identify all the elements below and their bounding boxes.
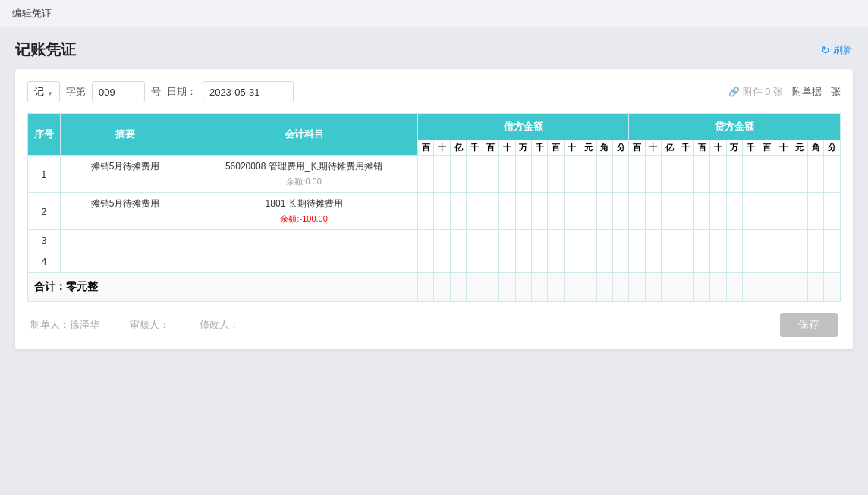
- debit-d2[interactable]: [434, 251, 450, 273]
- debit-d5[interactable]: [483, 251, 498, 273]
- credit-d5[interactable]: [693, 193, 709, 230]
- row-account[interactable]: [190, 251, 418, 273]
- row-summary[interactable]: [60, 251, 190, 273]
- credit-d12[interactable]: [807, 251, 823, 273]
- row-account[interactable]: [190, 230, 418, 251]
- debit-d4[interactable]: [467, 230, 483, 251]
- debit-d11[interactable]: [580, 156, 596, 193]
- debit-d13[interactable]: [612, 193, 628, 230]
- credit-d12[interactable]: [807, 156, 823, 193]
- debit-d8[interactable]: [531, 193, 547, 230]
- credit-d11[interactable]: [791, 251, 807, 273]
- debit-d8[interactable]: [531, 230, 547, 251]
- credit-d6[interactable]: [710, 156, 726, 193]
- debit-d1[interactable]: [418, 251, 434, 273]
- date-input[interactable]: [203, 81, 294, 102]
- debit-d7[interactable]: [515, 193, 531, 230]
- credit-d6[interactable]: [710, 230, 726, 251]
- row-account[interactable]: 1801 长期待摊费用 余额:-100.00: [190, 193, 418, 230]
- debit-d11[interactable]: [580, 251, 596, 273]
- credit-d4[interactable]: [678, 156, 693, 193]
- credit-d9[interactable]: [759, 230, 775, 251]
- credit-d2[interactable]: [645, 230, 661, 251]
- credit-d5[interactable]: [693, 251, 709, 273]
- credit-d5[interactable]: [693, 156, 709, 193]
- debit-d6[interactable]: [499, 156, 515, 193]
- row-account[interactable]: 56020008 管理费用_长期待摊费用摊销 余额:0.00: [190, 156, 418, 193]
- credit-d1[interactable]: [629, 156, 645, 193]
- debit-d12[interactable]: [596, 251, 612, 273]
- debit-d13[interactable]: [612, 251, 628, 273]
- debit-d1[interactable]: [418, 193, 434, 230]
- debit-d6[interactable]: [499, 193, 515, 230]
- credit-d7[interactable]: [726, 251, 742, 273]
- credit-d4[interactable]: [678, 230, 693, 251]
- credit-d2[interactable]: [645, 251, 661, 273]
- debit-d7[interactable]: [515, 156, 531, 193]
- credit-d7[interactable]: [726, 156, 742, 193]
- credit-d10[interactable]: [775, 193, 791, 230]
- debit-d4[interactable]: [467, 251, 483, 273]
- voucher-number-input[interactable]: [92, 81, 145, 102]
- row-summary[interactable]: 摊销5月待摊费用: [60, 156, 190, 193]
- debit-d6[interactable]: [499, 230, 515, 251]
- debit-d10[interactable]: [564, 193, 580, 230]
- row-summary[interactable]: 摊销5月待摊费用: [60, 193, 190, 230]
- attach-link[interactable]: 🔗 附件 0 张: [728, 85, 783, 99]
- voucher-type-dropdown[interactable]: 记: [27, 81, 60, 102]
- credit-d9[interactable]: [759, 156, 775, 193]
- debit-d13[interactable]: [612, 230, 628, 251]
- debit-d3[interactable]: [450, 193, 466, 230]
- credit-d4[interactable]: [678, 251, 693, 273]
- debit-d2[interactable]: [434, 156, 450, 193]
- debit-d9[interactable]: [548, 156, 564, 193]
- credit-d3[interactable]: [662, 230, 678, 251]
- credit-d5[interactable]: [693, 230, 709, 251]
- debit-d11[interactable]: [580, 230, 596, 251]
- debit-d9[interactable]: [548, 251, 564, 273]
- credit-d7[interactable]: [726, 230, 742, 251]
- credit-d12[interactable]: [807, 193, 823, 230]
- credit-d1[interactable]: [629, 230, 645, 251]
- credit-d7[interactable]: [726, 193, 742, 230]
- debit-d4[interactable]: [467, 156, 483, 193]
- debit-d5[interactable]: [483, 156, 498, 193]
- credit-d9[interactable]: [759, 251, 775, 273]
- debit-d12[interactable]: [596, 230, 612, 251]
- credit-d1[interactable]: [629, 193, 645, 230]
- debit-d2[interactable]: [434, 230, 450, 251]
- debit-d10[interactable]: [564, 251, 580, 273]
- credit-d8[interactable]: [743, 193, 759, 230]
- debit-d7[interactable]: [515, 230, 531, 251]
- debit-d10[interactable]: [564, 230, 580, 251]
- credit-d10[interactable]: [775, 251, 791, 273]
- credit-d9[interactable]: [759, 193, 775, 230]
- attach-single-label[interactable]: 附单据: [792, 85, 822, 99]
- debit-d5[interactable]: [483, 193, 498, 230]
- debit-d1[interactable]: [418, 156, 434, 193]
- credit-d6[interactable]: [710, 251, 726, 273]
- credit-d2[interactable]: [645, 156, 661, 193]
- debit-d7[interactable]: [515, 251, 531, 273]
- credit-d13[interactable]: [824, 156, 841, 193]
- credit-d13[interactable]: [824, 230, 841, 251]
- debit-d8[interactable]: [531, 251, 547, 273]
- credit-d11[interactable]: [791, 193, 807, 230]
- debit-d2[interactable]: [434, 193, 450, 230]
- credit-d3[interactable]: [662, 156, 678, 193]
- credit-d11[interactable]: [791, 230, 807, 251]
- debit-d11[interactable]: [580, 193, 596, 230]
- debit-d3[interactable]: [450, 230, 466, 251]
- debit-d9[interactable]: [548, 230, 564, 251]
- credit-d6[interactable]: [710, 193, 726, 230]
- credit-d8[interactable]: [743, 251, 759, 273]
- debit-d10[interactable]: [564, 156, 580, 193]
- credit-d3[interactable]: [662, 193, 678, 230]
- debit-d5[interactable]: [483, 230, 498, 251]
- debit-d12[interactable]: [596, 156, 612, 193]
- credit-d13[interactable]: [824, 193, 841, 230]
- debit-d3[interactable]: [450, 156, 466, 193]
- save-button[interactable]: 保存: [780, 313, 838, 337]
- debit-d9[interactable]: [548, 193, 564, 230]
- debit-d4[interactable]: [467, 193, 483, 230]
